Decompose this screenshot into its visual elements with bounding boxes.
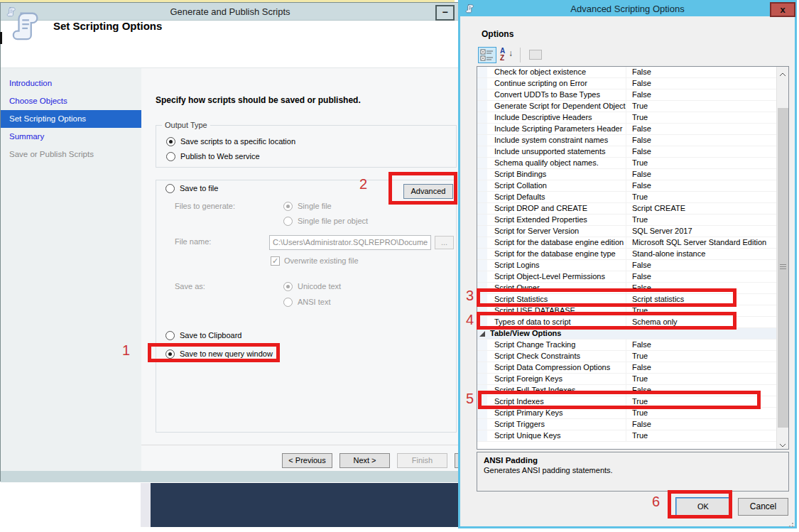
property-value[interactable]: False [626,78,776,89]
file-name-input[interactable]: C:\Users\Administrator.SQLREPRO\Docume [269,235,431,250]
property-row[interactable]: Script Collation False [477,180,776,192]
overwrite-existing-checkbox[interactable] [271,256,280,266]
dialog-titlebar[interactable]: Advanced Scripting Options [460,2,795,16]
property-value[interactable]: True [626,215,776,225]
property-value[interactable]: False [626,135,776,146]
property-name: Script Logins [487,260,626,271]
property-row[interactable]: Script Extended Properties True [477,215,776,226]
property-row[interactable]: Script DROP and CREATE Script CREATE [477,203,776,215]
minimize-button[interactable]: − [435,5,455,21]
property-row[interactable]: Script Unique Keys True [477,430,776,442]
radio-save-to-clipboard[interactable] [165,331,175,340]
property-name: Script for the database engine edition [487,237,626,248]
property-value[interactable]: False [626,271,776,282]
property-value[interactable]: True [626,408,776,418]
radio-save-scripts-location[interactable] [166,137,175,146]
output-type-label: Output Type [162,121,210,129]
sidebar-nav-item[interactable]: Choose Objects [1,92,141,110]
sidebar-nav-item[interactable]: Save or Publish Scripts [1,146,141,163]
property-value[interactable]: True [626,192,776,202]
property-row[interactable]: Schema qualify object names. True [477,158,776,169]
radio-publish-web-service-label[interactable]: Publish to Web service [180,152,260,161]
close-icon[interactable]: x [770,2,795,17]
property-row[interactable]: Script for the database engine edition M… [477,237,776,249]
property-value[interactable]: False [626,340,776,350]
annotation-box-2 [388,172,457,205]
sort-z-glyph: Z [500,54,504,62]
scroll-up-icon[interactable] [777,67,789,78]
radio-save-to-clipboard-label[interactable]: Save to Clipboard [180,331,241,340]
property-value[interactable]: False [626,124,776,134]
property-value[interactable]: Script CREATE [626,203,776,214]
property-row[interactable]: Script Object-Level Permissions False [477,271,776,283]
property-value[interactable]: False [626,260,776,271]
radio-save-to-file[interactable] [165,184,175,193]
grid-scrollbar[interactable] [776,67,788,449]
sidebar-nav-item[interactable]: Set Scripting Options [1,110,141,128]
property-value[interactable]: True [626,158,776,168]
categorized-view-icon[interactable] [478,47,496,63]
property-row[interactable]: Script Change Tracking False [477,340,776,351]
scroll-icon [465,4,475,13]
property-value[interactable]: True [626,374,776,384]
property-row[interactable]: Generate Script for Dependent Objects Tr… [477,101,776,112]
property-value[interactable]: True [626,430,776,441]
property-row[interactable]: Script Foreign Keys True [477,374,776,385]
property-row[interactable]: Script for Server Version SQL Server 201… [477,226,776,237]
property-value[interactable]: Microsoft SQL Server Standard Edition [626,237,776,248]
resize-grip[interactable] [787,521,794,528]
property-value[interactable]: False [626,180,776,191]
scroll-down-icon[interactable] [777,438,789,449]
row-indent [477,169,487,180]
radio-publish-web-service[interactable] [166,152,175,161]
sidebar-nav-item[interactable]: Introduction [1,75,141,92]
annotation-box-5 [478,391,761,409]
property-row[interactable]: Check for object existence False [477,67,776,78]
finish-button[interactable]: Finish [397,453,447,468]
property-value[interactable]: True [626,101,776,112]
previous-button[interactable]: < Previous [282,453,332,468]
property-row[interactable]: Script Logins False [477,260,776,271]
property-value[interactable]: False [626,362,776,373]
property-row[interactable]: Convert UDDTs to Base Types False [477,89,776,101]
property-value[interactable]: False [626,169,776,180]
scrollbar-thumb[interactable] [778,108,788,428]
wizard-titlebar[interactable]: Generate and Publish Scripts [1,3,460,21]
radio-save-scripts-location-label[interactable]: Save scripts to a specific location [180,137,295,146]
category-expanded-icon[interactable] [479,331,485,337]
radio-single-file[interactable] [283,202,293,211]
property-value[interactable]: Stand-alone instance [626,249,776,259]
property-value[interactable] [626,328,776,339]
cancel-button[interactable]: Cancel [738,498,788,516]
property-value[interactable]: True [626,351,776,362]
next-button[interactable]: Next > [339,453,390,468]
property-row[interactable]: Table/View Options [477,328,776,340]
property-row[interactable]: Script Defaults True [477,192,776,203]
property-value[interactable]: False [626,89,776,100]
radio-ansi-text[interactable] [283,298,293,307]
sidebar-nav-item[interactable]: Summary [1,128,141,146]
annotation-box-1 [148,343,280,362]
property-row[interactable]: Continue scripting on Error False [477,78,776,89]
property-row[interactable]: Include system constraint names False [477,135,776,146]
radio-unicode-text[interactable] [283,282,293,291]
property-row[interactable]: Script for the database engine type Stan… [477,249,776,260]
property-value[interactable]: False [626,67,776,77]
property-row[interactable]: Script Triggers False [477,419,776,430]
property-row[interactable]: Script Check Constraints True [477,351,776,362]
radio-save-to-file-label[interactable]: Save to file [180,184,218,192]
property-value[interactable]: SQL Server 2017 [626,226,776,237]
property-row[interactable]: Include unsupported statements False [477,146,776,158]
property-row[interactable]: Include Scripting Parameters Header Fals… [477,124,776,135]
property-value[interactable]: False [626,146,776,157]
radio-single-file-per-object-label: Single file per object [298,217,368,225]
property-value[interactable]: True [626,112,776,123]
alphabetical-sort-icon[interactable]: A Z ↓ [497,47,516,63]
property-row[interactable]: Include Descriptive Headers True [477,112,776,124]
radio-single-file-per-object[interactable] [283,217,293,226]
property-value[interactable]: False [626,419,776,430]
property-row[interactable]: Script Data Compression Options False [477,362,776,374]
property-row[interactable]: Script Bindings False [477,169,776,180]
property-row[interactable]: Script Primary Keys True [477,408,776,419]
browse-button[interactable]: ... [435,236,454,249]
